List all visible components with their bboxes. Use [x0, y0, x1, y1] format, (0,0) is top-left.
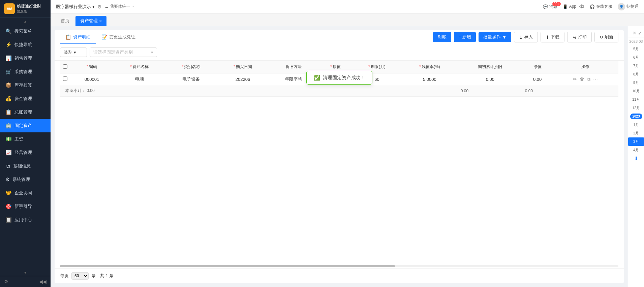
sales-icon: 📊 — [5, 55, 12, 61]
tab-close-icon[interactable]: ✕ — [99, 19, 102, 23]
row-category: 电子设备 — [165, 73, 217, 85]
horizontal-scrollbar[interactable] — [60, 265, 618, 267]
sidebar-item-system[interactable]: ⚙ 系统管理 — [0, 173, 51, 186]
row-net-value: 0.00 — [522, 73, 553, 85]
sidebar-bottom: ⚙ ◀◀ — [0, 276, 51, 287]
th-net-value: 净值 — [522, 61, 553, 73]
tabbar: 首页 资产管理 ✕ — [51, 13, 644, 26]
month-6[interactable]: 6月 — [628, 53, 644, 62]
sidebar-item-sales[interactable]: 📊 销售管理 — [0, 52, 51, 65]
experience-button[interactable]: ☁ 我要体验一下 — [104, 4, 134, 9]
guide-icon: 🎯 — [5, 203, 12, 210]
th-initial-accumulated: 期初累计折旧 — [458, 61, 522, 73]
inventory-icon: 📦 — [5, 82, 12, 88]
subtotal-original: 0.00 — [87, 88, 94, 93]
month-1[interactable]: 1月 — [628, 121, 644, 129]
pagination: 每页 102050100 条，共 1 条 — [55, 268, 624, 283]
company-selector[interactable]: 医疗器械行业演示 ▾ — [56, 4, 95, 10]
logo-icon: AtA — [4, 3, 15, 14]
month-9[interactable]: 9月 — [628, 78, 644, 87]
sidebar-scroll-down[interactable]: ▼ — [0, 269, 51, 276]
import-button[interactable]: ⤓ 导入 — [514, 32, 538, 42]
batch-dropdown-icon: ▼ — [502, 35, 507, 40]
sidebar-item-purchase[interactable]: 🛒 采购管理 — [0, 65, 51, 78]
panel-expand-button[interactable]: ⤢ — [638, 30, 642, 36]
logo-text: 畅捷通好业财 — [17, 4, 41, 9]
sidebar-item-capital[interactable]: 💰 资金管理 — [0, 92, 51, 105]
sidebar-item-basicinfo[interactable]: 🗂 基础信息 — [0, 159, 51, 173]
download-button[interactable]: ⬇ 下载 — [541, 32, 564, 42]
message-button[interactable]: 💬 消息 99+ — [543, 4, 557, 9]
print-button[interactable]: 🖨 打印 — [567, 32, 592, 42]
new-button[interactable]: + 新增 — [454, 32, 476, 42]
right-panel: ✕ ⤢ 2023.03 5月 6月 7月 8月 9月 10月 11月 12月 2… — [628, 26, 644, 287]
row-name: 电脑 — [114, 73, 165, 85]
refresh-button[interactable]: ↻ 刷新 — [594, 32, 618, 42]
sidebar-item-appcenter[interactable]: 🔲 应用中心 — [0, 213, 51, 227]
edit-button[interactable]: ✏ — [573, 76, 577, 82]
month-2[interactable]: 2月 — [628, 129, 644, 137]
company-settings-button[interactable]: ⚙ — [97, 4, 102, 9]
sidebar-item-ledger[interactable]: 📋 总账管理 — [0, 105, 51, 119]
sidebar-item-fixedasset[interactable]: 🏢 固定资产 — [0, 119, 51, 132]
settings-icon[interactable]: ⚙ — [4, 279, 8, 284]
sidebar-item-cooperation[interactable]: 🤝 企业协同 — [0, 186, 51, 200]
month-4[interactable]: 4月 — [628, 146, 644, 154]
select-all-checkbox[interactable] — [63, 64, 67, 69]
subtotal-row: 本页小计： 0.00 0.00 0.00 — [60, 85, 618, 97]
category-select[interactable]: 类别 ▾ — [60, 47, 87, 57]
asset-table-wrap: ✅ 清理固定资产成功！ *编码 *资产名称 *类别名称 *购买日期 — [55, 61, 624, 264]
ledger-icon: 📋 — [5, 109, 12, 115]
month-10[interactable]: 10月 — [628, 87, 644, 95]
reconcile-button[interactable]: 对账 — [433, 32, 451, 42]
import-icon: ⤓ — [519, 35, 523, 40]
download-icon: 📱 — [563, 4, 568, 9]
system-icon: ⚙ — [5, 177, 10, 183]
sidebar-scroll-up[interactable]: ▲ — [0, 18, 51, 25]
subtab-asset-detail[interactable]: 📋 资产明细 — [60, 31, 96, 44]
app-download-button[interactable]: 📱 App下载 — [563, 4, 584, 9]
dropdown-icon: ▾ — [92, 4, 95, 9]
asset-detail-icon: 📋 — [65, 34, 71, 40]
sidebar-item-quicknav[interactable]: ⚡ 快捷导航 — [0, 38, 51, 52]
month-12[interactable]: 12月 — [628, 104, 644, 112]
row-select-checkbox[interactable] — [63, 76, 67, 81]
print-icon: 🖨 — [572, 35, 577, 40]
th-name: *资产名称 — [114, 61, 165, 73]
online-service-button[interactable]: 🎧 在线客服 — [590, 4, 612, 9]
panel-close-button[interactable]: ✕ — [633, 30, 637, 36]
category-input[interactable]: 请选择固定资产类别 ▾ — [90, 47, 157, 57]
sidebar-item-operations[interactable]: 📈 经营管理 — [0, 146, 51, 159]
copy-button[interactable]: ⧉ — [587, 76, 590, 82]
user-menu[interactable]: 👤 畅捷通 — [618, 3, 639, 10]
more-button[interactable]: ⋯ — [593, 76, 598, 82]
timeline-down-icon[interactable]: ⬇ — [634, 156, 638, 161]
basicinfo-icon: 🗂 — [5, 163, 10, 169]
subtab-change-voucher[interactable]: 📝 变更生成凭证 — [96, 31, 141, 44]
month-8[interactable]: 8月 — [628, 70, 644, 78]
sidebar-item-guide[interactable]: 🎯 新手引导 — [0, 200, 51, 213]
year-mark-2023[interactable]: 2023 — [630, 114, 642, 119]
change-voucher-icon: 📝 — [101, 34, 107, 40]
page-content: 📋 资产明细 📝 变更生成凭证 对账 + 新增 批量操作 ▼ — [55, 30, 624, 283]
sidebar-item-inventory[interactable]: 📦 库存核算 — [0, 78, 51, 92]
search-icon: 🔍 — [5, 28, 12, 34]
sidebar-item-payroll[interactable]: 💵 工资 — [0, 132, 51, 146]
sidebar-item-search[interactable]: 🔍 搜索菜单 — [0, 25, 51, 38]
batch-button[interactable]: 批量操作 ▼ — [479, 32, 511, 42]
cat-dropdown-icon: ▾ — [74, 50, 76, 55]
month-11[interactable]: 11月 — [628, 95, 644, 104]
month-7[interactable]: 7月 — [628, 62, 644, 70]
tab-home[interactable]: 首页 — [56, 16, 74, 26]
message-badge: 99+ — [552, 2, 561, 6]
tab-asset[interactable]: 资产管理 ✕ — [75, 16, 106, 26]
row-checkbox — [60, 73, 70, 85]
capital-icon: 💰 — [5, 96, 12, 102]
subtotal-initial-accumulated: 0.00 — [458, 85, 522, 97]
month-5[interactable]: 5月 — [628, 45, 644, 53]
delete-button[interactable]: 🗑 — [580, 76, 584, 82]
cloud-icon: ☁ — [104, 4, 109, 9]
per-page-select[interactable]: 102050100 — [71, 272, 89, 280]
month-3-active[interactable]: 3月 — [628, 137, 644, 146]
collapse-icon[interactable]: ◀◀ — [39, 279, 47, 284]
